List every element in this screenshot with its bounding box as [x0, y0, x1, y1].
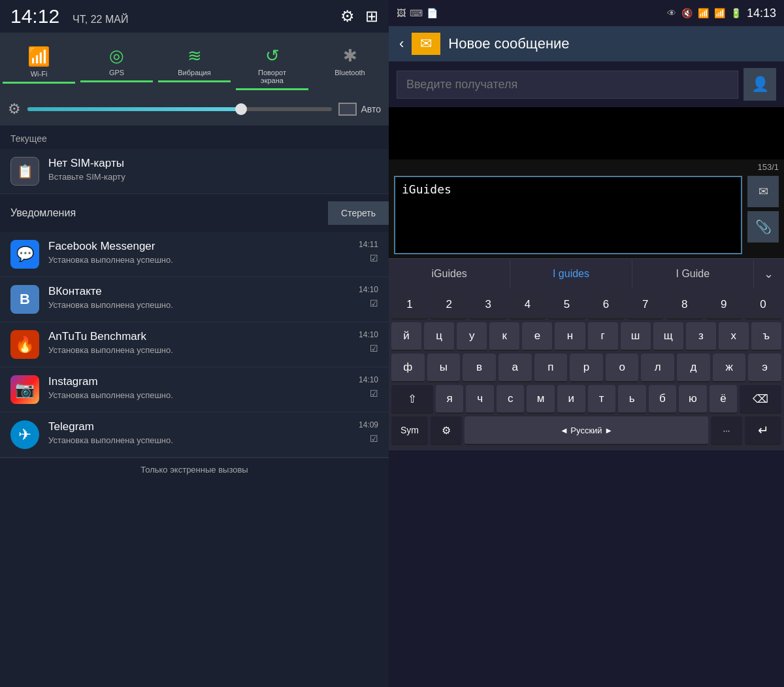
- vk-sub: Установка выполнена успешно.: [48, 300, 359, 310]
- toggle-bluetooth[interactable]: ✱ Bluetooth: [311, 41, 389, 95]
- key-ф[interactable]: ф: [391, 354, 425, 382]
- key-3[interactable]: 3: [470, 291, 506, 320]
- key-с[interactable]: с: [497, 385, 525, 414]
- antutu-right: 14:10 ☑: [359, 330, 378, 354]
- settings-icon[interactable]: ⚙: [340, 7, 355, 25]
- vk-check: ☑: [370, 298, 378, 309]
- suggestion-1[interactable]: I guides: [510, 260, 632, 288]
- key-ш[interactable]: ш: [621, 322, 651, 351]
- suggestion-0[interactable]: iGuides: [389, 260, 510, 288]
- key-д[interactable]: д: [677, 354, 710, 382]
- time-display: 14:12: [10, 5, 59, 27]
- key-х[interactable]: х: [719, 322, 749, 351]
- key-у[interactable]: у: [457, 322, 487, 351]
- emergency-text: Только экстренные вызовы: [140, 465, 248, 475]
- toggle-gps[interactable]: ◎ GPS: [78, 41, 155, 95]
- toggle-rotation[interactable]: ↺ Поворотэкрана: [233, 41, 311, 95]
- sms-input[interactable]: iGuides: [394, 176, 742, 254]
- key-п[interactable]: п: [534, 354, 568, 382]
- key-ч[interactable]: ч: [466, 385, 494, 414]
- notification-telegram[interactable]: ✈ Telegram Установка выполнена успешно. …: [0, 412, 389, 458]
- key-е[interactable]: е: [522, 322, 552, 351]
- key-и[interactable]: и: [557, 385, 585, 414]
- key-в[interactable]: в: [463, 354, 496, 382]
- key-ж[interactable]: ж: [713, 354, 746, 382]
- vibration-icon: ≋: [188, 46, 202, 66]
- key-1[interactable]: 1: [391, 291, 428, 320]
- sym-key[interactable]: Sym: [391, 416, 428, 445]
- key-й[interactable]: й: [391, 322, 421, 351]
- attach-button[interactable]: 📎: [747, 211, 779, 243]
- dots-key[interactable]: ···: [711, 416, 742, 445]
- backspace-key[interactable]: ⌫: [740, 385, 781, 414]
- telegram-sub: Установка выполнена успешно.: [48, 435, 359, 445]
- key-б[interactable]: б: [649, 385, 677, 414]
- kb-row-3: ⇧ я ч с м и т ь б ю ё ⌫: [391, 385, 781, 414]
- key-к[interactable]: к: [489, 322, 519, 351]
- toggle-wifi[interactable]: 📶 Wi-Fi: [0, 41, 78, 95]
- key-р[interactable]: р: [570, 354, 603, 382]
- key-9[interactable]: 9: [706, 291, 742, 320]
- shift-key[interactable]: ⇧: [391, 385, 433, 414]
- lang-key[interactable]: ◄ Русский ►: [465, 416, 708, 445]
- telegram-time: 14:09: [359, 420, 378, 429]
- grid-icon[interactable]: ⊞: [365, 7, 378, 25]
- key-7[interactable]: 7: [627, 291, 664, 320]
- key-о[interactable]: о: [606, 354, 639, 382]
- send-button[interactable]: ✉: [747, 176, 779, 207]
- status-bar-right: 🖼 ⌨ 📄 👁 🔇 📶 📶 🔋 14:13: [389, 0, 784, 26]
- brightness-row: ⚙ Авто: [0, 95, 389, 126]
- brightness-slider[interactable]: [27, 107, 332, 111]
- key-8[interactable]: 8: [666, 291, 703, 320]
- gear-key[interactable]: ⚙: [431, 416, 462, 445]
- key-ю[interactable]: ю: [679, 385, 707, 414]
- key-ы[interactable]: ы: [427, 354, 461, 382]
- key-т[interactable]: т: [588, 385, 616, 414]
- key-г[interactable]: г: [588, 322, 618, 351]
- sim-notification[interactable]: 📋 Нет SIM-карты Вставьте SIM-карту: [0, 149, 389, 194]
- notification-vk[interactable]: В ВКонтакте Установка выполнена успешно.…: [0, 277, 389, 322]
- auto-brightness[interactable]: Авто: [338, 103, 381, 116]
- to-input[interactable]: [397, 71, 738, 99]
- key-ъ[interactable]: ъ: [751, 322, 781, 351]
- vk-right: 14:10 ☑: [359, 285, 378, 309]
- key-6[interactable]: 6: [588, 291, 625, 320]
- rotation-icon: ↺: [265, 46, 280, 66]
- suggestion-2[interactable]: I Guide: [632, 260, 754, 288]
- sim-subtitle: Вставьте SIM-карту: [48, 172, 378, 182]
- key-я[interactable]: я: [436, 385, 464, 414]
- notification-antutu[interactable]: 🔥 AnTuTu Benchmark Установка выполнена у…: [0, 322, 389, 367]
- key-ё[interactable]: ё: [710, 385, 738, 414]
- key-а[interactable]: а: [498, 354, 532, 382]
- clear-button[interactable]: Стереть: [328, 201, 389, 225]
- suggestions-expand[interactable]: ⌄: [754, 267, 784, 281]
- eye-icon: 👁: [667, 8, 676, 18]
- brightness-fill: [27, 107, 241, 111]
- wifi-status-icon: 📶: [698, 8, 709, 18]
- key-2[interactable]: 2: [431, 291, 467, 320]
- antutu-time: 14:10: [359, 330, 378, 339]
- notification-facebook[interactable]: 💬 Facebook Messenger Установка выполнена…: [0, 232, 389, 277]
- vibration-underline: [158, 80, 231, 82]
- key-0[interactable]: 0: [745, 291, 781, 320]
- key-л[interactable]: л: [641, 354, 674, 382]
- auto-checkbox[interactable]: [338, 103, 357, 116]
- notification-instagram[interactable]: 📷 Instagram Установка выполнена успешно.…: [0, 367, 389, 412]
- key-э[interactable]: э: [748, 354, 781, 382]
- key-4[interactable]: 4: [509, 291, 546, 320]
- sms-text-area: iGuides ✉ 📎: [389, 172, 784, 258]
- key-5[interactable]: 5: [548, 291, 585, 320]
- key-ь[interactable]: ь: [618, 385, 646, 414]
- key-щ[interactable]: щ: [653, 322, 683, 351]
- enter-key[interactable]: ↵: [745, 416, 781, 445]
- word-suggestions: iGuides I guides I Guide ⌄: [389, 258, 784, 288]
- back-button[interactable]: ‹: [399, 35, 404, 52]
- key-н[interactable]: н: [555, 322, 585, 351]
- toggle-vibration[interactable]: ≋ Вибрация: [155, 41, 233, 95]
- key-м[interactable]: м: [527, 385, 555, 414]
- date-display: ЧТ, 22 МАЙ: [73, 14, 128, 25]
- contact-picker-button[interactable]: 👤: [743, 68, 776, 101]
- key-ц[interactable]: ц: [424, 322, 454, 351]
- key-з[interactable]: з: [686, 322, 716, 351]
- emergency-bar: Только экстренные вызовы: [0, 458, 389, 481]
